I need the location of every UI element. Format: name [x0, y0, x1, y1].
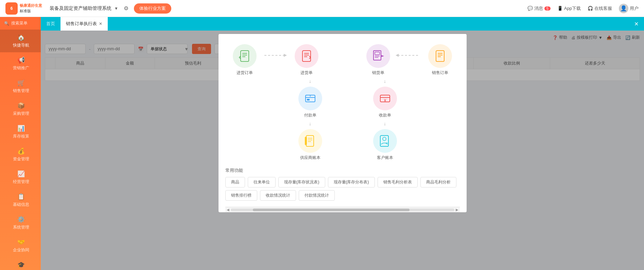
sidebar-label-operation: 经营管理 — [13, 179, 29, 185]
system-title: 装备及固定资产辅助管理系统 ▼ ⚙ — [50, 5, 128, 12]
newbie-icon: 🎓 — [17, 261, 25, 269]
tab-bar-close-btn[interactable]: ✕ — [634, 21, 639, 27]
top-bar: 6 畅康通好生意 标准版 装备及固定资产辅助管理系统 ▼ ⚙ 体验行业方案 💬 … — [0, 0, 644, 17]
sidebar-item-sales[interactable]: 🛒 销售管理 — [0, 75, 41, 98]
top-bar-right: 💬 消息 5 📱 App下载 🎧 在线客服 👤 用户 — [527, 4, 639, 13]
common-funcs: 常用功能 商品 往来单位 现存量(库存状况表) 现存量(库存分布表) 销售毛利分… — [225, 164, 460, 207]
flow-item-receipt[interactable]: ¥ 收款单 — [365, 87, 405, 118]
payment-circle: ¥ — [298, 87, 322, 110]
tab-home-label: 首页 — [46, 21, 55, 27]
sidebar-item-operation[interactable]: 📈 经营管理 — [0, 166, 41, 189]
flow-item-purchase-bill[interactable]: 进货单 — [287, 44, 326, 76]
purchase-icon: 📦 — [17, 102, 25, 109]
overlay[interactable]: 进货订单 ▶ — [41, 31, 644, 270]
scroll-left-arrow[interactable]: ◀ — [227, 208, 229, 212]
sidebar-label-basic: 基础信息 — [13, 202, 29, 208]
sidebar-item-basic[interactable]: 📋 基础信息 — [0, 189, 41, 212]
flow-item-payment[interactable]: ¥ 付款单 — [290, 87, 331, 118]
flow-row-2: ↓ ↓ — [225, 78, 460, 84]
svg-rect-14 — [436, 51, 444, 61]
message-icon: 💬 — [527, 6, 533, 11]
func-btn-sales-rank[interactable]: 销售排行榜 — [225, 190, 257, 201]
scroll-right-arrow[interactable]: ▶ — [456, 208, 458, 212]
sale-order-circle — [428, 44, 452, 68]
svg-text:¥: ¥ — [309, 94, 311, 97]
func-btn-sales-gross[interactable]: 销售毛利分析表 — [378, 177, 418, 187]
arrow-down-1: ↓ — [290, 78, 331, 84]
settings-button[interactable]: ⚙ — [124, 5, 128, 12]
sidebar-label-collab: 企业协同 — [13, 247, 29, 253]
bottom-scrollbar[interactable]: ◀ ▶ — [225, 207, 460, 212]
flow-row-3: ¥ 付款单 — [225, 87, 460, 118]
flow-item-purchase-order[interactable]: 进货订单 — [225, 44, 264, 76]
flow-item-sale-order[interactable]: 销售订单 — [420, 44, 459, 76]
sidebar-item-finance[interactable]: 💰 资金管理 — [0, 143, 41, 166]
phone-icon: 📱 — [557, 6, 563, 11]
search-menu[interactable]: 🔍 搜索菜单 — [0, 17, 41, 30]
svg-rect-2 — [241, 51, 249, 61]
tab-home[interactable]: 首页 — [41, 17, 60, 31]
func-btn-stock-dist[interactable]: 现存量(库存分布表) — [328, 177, 375, 187]
basic-icon: 📋 — [17, 193, 25, 200]
logo-icon: 6 — [5, 2, 18, 15]
sidebar-item-system[interactable]: ⚙️ 系统管理 — [0, 212, 41, 234]
customer-ledger-circle — [373, 129, 397, 153]
sidebar-item-newbie[interactable]: 🎓 新手引导 — [0, 257, 41, 270]
modal: 进货订单 ▶ — [219, 34, 467, 212]
sale-bill-circle — [366, 44, 390, 68]
system-icon: ⚙️ — [17, 216, 25, 223]
supplier-ledger-circle — [298, 129, 322, 153]
arrow-1: ▶ — [264, 55, 287, 56]
tab-bar: 首页 销售订单执行表 ✕ ✕ — [41, 17, 644, 31]
main-layout: 🔍 搜索菜单 🏠 快捷导航 📢 营销推广 🛒 销售管理 📦 采购管理 📊 — [0, 17, 644, 270]
scroll-thumb — [253, 209, 410, 211]
flow-item-customer-ledger[interactable]: 客户账本 — [365, 129, 405, 161]
func-buttons-row-1: 商品 往来单位 现存量(库存状况表) 现存量(库存分布表) 销售毛利分析表 商品… — [225, 177, 460, 187]
sidebar-item-inventory[interactable]: 📊 库存核算 — [0, 121, 41, 143]
svg-rect-25 — [306, 136, 314, 146]
func-btn-payment-stat[interactable]: 付款情况统计 — [299, 190, 335, 201]
experience-btn[interactable]: 体验行业方案 — [134, 3, 171, 14]
flow-item-sale-bill[interactable]: 销货单 — [359, 44, 398, 76]
sidebar-item-quick-nav[interactable]: 🏠 快捷导航 — [0, 30, 41, 52]
inventory-icon: 📊 — [17, 125, 25, 132]
svg-text:¥: ¥ — [383, 98, 386, 103]
func-btn-product-gross[interactable]: 商品毛利分析 — [420, 177, 456, 187]
flow-item-supplier-ledger[interactable]: 供应商账本 — [290, 129, 331, 161]
payment-label: 付款单 — [304, 112, 316, 118]
app-download-item[interactable]: 📱 App下载 — [557, 5, 581, 12]
online-service-item[interactable]: 🎧 在线客服 — [588, 5, 612, 12]
page-content: ❓ 帮助 🖨 按模板打印 ▼ 📤 导出 🔄 刷新 — [41, 31, 644, 270]
func-btn-contacts[interactable]: 往来单位 — [248, 177, 276, 187]
func-btn-product[interactable]: 商品 — [225, 177, 245, 187]
tab-close-btn[interactable]: ✕ — [99, 21, 102, 26]
arrow-2: ◀ — [398, 55, 420, 56]
common-funcs-title: 常用功能 — [225, 167, 460, 174]
search-menu-label: 搜索菜单 — [11, 20, 28, 26]
sales-icon: 🛒 — [17, 79, 25, 87]
system-title-dropdown[interactable]: ▼ — [114, 6, 118, 11]
sidebar-item-marketing[interactable]: 📢 营销推广 — [0, 52, 41, 75]
arrow-down-3: ↓ — [290, 121, 331, 126]
purchase-bill-label: 进货单 — [300, 70, 313, 76]
sidebar: 🔍 搜索菜单 🏠 快捷导航 📢 营销推广 🛒 销售管理 📦 采购管理 📊 — [0, 17, 41, 270]
sidebar-label-quick-nav: 快捷导航 — [13, 42, 29, 48]
arrow-down-4: ↓ — [365, 121, 405, 126]
sidebar-label-inventory: 库存核算 — [13, 133, 29, 139]
svg-text:6: 6 — [11, 6, 13, 11]
tab-sales-order-exec-label: 销售订单执行表 — [66, 21, 97, 27]
tab-sales-order-exec[interactable]: 销售订单执行表 ✕ — [60, 17, 108, 31]
user-item[interactable]: 👤 用户 — [619, 4, 639, 13]
sidebar-item-collab[interactable]: 🤝 企业协同 — [0, 234, 41, 257]
logo-area: 6 畅康通好生意 标准版 — [5, 2, 46, 15]
svg-rect-26 — [305, 137, 307, 145]
message-item[interactable]: 💬 消息 5 — [527, 5, 551, 12]
func-btn-receipt-stat[interactable]: 收款情况统计 — [260, 190, 296, 201]
sidebar-item-purchase[interactable]: 📦 采购管理 — [0, 98, 41, 121]
func-btn-stock-status[interactable]: 现存量(库存状况表) — [278, 177, 325, 187]
scroll-track[interactable] — [231, 209, 454, 211]
search-icon: 🔍 — [4, 21, 9, 26]
operation-icon: 📈 — [17, 170, 25, 178]
svg-point-31 — [383, 137, 386, 141]
service-icon: 🎧 — [588, 6, 593, 11]
